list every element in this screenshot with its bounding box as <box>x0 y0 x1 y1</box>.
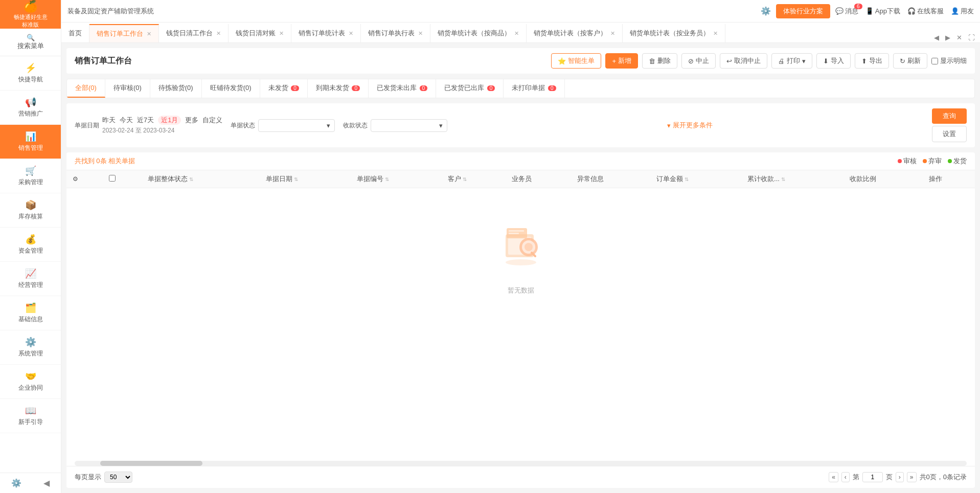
prev-page-button[interactable]: ‹ <box>841 472 850 482</box>
col-staff[interactable]: 业务员 <box>506 170 571 188</box>
tab-cash-reconcile[interactable]: 钱货日清对账 ✕ <box>229 24 291 42</box>
export-button[interactable]: ⬆ 导出 <box>855 53 889 69</box>
filter-tab-pending-check-label: 待拣验货(0) <box>158 84 193 92</box>
delete-button[interactable]: 🗑 删除 <box>642 53 677 69</box>
tab-close-sales-stats-staff[interactable]: ✕ <box>713 30 718 37</box>
show-detail-checkbox[interactable]: 显示明细 <box>931 56 967 65</box>
import-button[interactable]: ⬇ 导入 <box>816 53 851 69</box>
smart-generate-button[interactable]: ⭐ 智能生单 <box>551 53 601 69</box>
col-ratio[interactable]: 收款比例 <box>844 170 923 188</box>
tab-maximize[interactable]: ⛶ <box>966 33 977 42</box>
tab-close-cash-reconcile[interactable]: ✕ <box>279 30 284 37</box>
cancel-stop-button[interactable]: ↩ 取消中止 <box>720 53 767 69</box>
page-number-input[interactable] <box>862 472 883 482</box>
collapse-icon[interactable]: ◀ <box>43 478 50 488</box>
refresh-button[interactable]: ↻ 刷新 <box>893 53 927 69</box>
col-date[interactable]: 单据日期 ⇅ <box>260 170 351 188</box>
set-button[interactable]: 设置 <box>932 126 967 142</box>
add-button[interactable]: + 新增 <box>605 53 638 69</box>
sidebar-item-inventory[interactable]: 📦 库存核算 <box>0 193 61 228</box>
message-button[interactable]: 💬 6 消息 <box>835 7 858 16</box>
col-received[interactable]: 累计收款... ⇅ <box>741 170 844 188</box>
sidebar-item-system[interactable]: ⚙️ 系统管理 <box>0 330 61 365</box>
tab-sales-stats-product[interactable]: 销货单统计表（按商品） ✕ <box>430 24 527 42</box>
filter-tab-pending-check[interactable]: 待拣验货(0) <box>150 79 202 98</box>
col-status[interactable]: 单据整体状态 ⇅ <box>142 170 260 188</box>
sidebar-item-guide[interactable]: 📖 新手引导 <box>0 399 61 433</box>
tab-sales-order-workbench-label: 销售订单工作台 <box>97 29 143 38</box>
date-opt-1month[interactable]: 近1月 <box>158 116 181 125</box>
tab-close-sales-stats-customer[interactable]: ✕ <box>610 30 615 37</box>
tab-sales-stats-staff[interactable]: 销货单统计表（按业务员） ✕ <box>623 24 725 42</box>
expand-more-button[interactable]: ▾ 展开更多条件 <box>667 121 713 130</box>
date-opt-yesterday[interactable]: 昨天 <box>102 116 116 125</box>
date-opt-today[interactable]: 今天 <box>120 116 133 125</box>
quick-review-button[interactable]: 审核 <box>898 156 917 166</box>
sidebar-item-basic[interactable]: 🗂️ 基础信息 <box>0 296 61 330</box>
tab-close-sales-order-stats[interactable]: ✕ <box>349 30 353 37</box>
settings-gear-icon[interactable]: ⚙️ <box>761 6 771 16</box>
sidebar-item-finance[interactable]: 💰 资金管理 <box>0 228 61 262</box>
tab-nav-next[interactable]: ▶ <box>943 33 952 42</box>
tab-close-sales-order-workbench[interactable]: ✕ <box>147 31 151 37</box>
filter-tab-expired-not-shipped[interactable]: 到期未发货 0 <box>308 79 369 98</box>
online-service-button[interactable]: 🎧 在线客服 <box>907 7 944 16</box>
tab-nav-prev[interactable]: ◀ <box>932 33 941 42</box>
select-all-checkbox[interactable] <box>109 175 116 182</box>
tab-close-sales-order-exec[interactable]: ✕ <box>418 30 423 37</box>
page-size-select[interactable]: 50 10 20 100 <box>104 472 132 483</box>
col-amount[interactable]: 订单金额 ⇅ <box>650 170 741 188</box>
date-opt-7days[interactable]: 近7天 <box>137 116 154 125</box>
filter-tab-all[interactable]: 全部(0) <box>67 79 105 98</box>
tab-sales-order-exec[interactable]: 销售订单执行表 ✕ <box>361 24 430 42</box>
last-page-button[interactable]: » <box>907 472 917 482</box>
col-settings[interactable]: ⚙ <box>66 170 103 188</box>
sidebar-item-enterprise[interactable]: 🤝 企业协同 <box>0 365 61 399</box>
tab-sales-order-workbench[interactable]: 销售订单工作台 ✕ <box>89 24 159 42</box>
sidebar-item-purchase[interactable]: 🛒 采购管理 <box>0 159 61 193</box>
filter-tab-not-printed[interactable]: 未打印单据 0 <box>504 79 564 98</box>
quick-ship-button[interactable]: 发货 <box>948 156 967 166</box>
col-customer[interactable]: 客户 ⇅ <box>442 170 506 188</box>
chevron-down-icon: ▾ <box>327 122 330 129</box>
tab-cash-daily[interactable]: 钱货日清工作台 ✕ <box>159 24 229 42</box>
query-button[interactable]: 查询 <box>932 108 967 124</box>
user-button[interactable]: 👤 用友 <box>951 7 974 16</box>
experience-button[interactable]: 体验行业方案 <box>776 4 830 18</box>
sidebar-item-marketing[interactable]: 📢 营销推广 <box>0 91 61 125</box>
tab-close-all[interactable]: ✕ <box>954 33 964 42</box>
scrollbar-area[interactable] <box>75 461 967 466</box>
tab-close-cash-daily[interactable]: ✕ <box>216 30 221 37</box>
next-page-button[interactable]: › <box>896 472 904 482</box>
settings-icon[interactable]: ⚙️ <box>11 478 21 488</box>
quick-ship-label: 发货 <box>953 156 967 166</box>
status-select[interactable]: ▾ <box>258 119 335 132</box>
app-download-button[interactable]: 📱 App下载 <box>865 7 900 16</box>
sidebar-item-quick-nav[interactable]: ⚡ 快捷导航 <box>0 56 61 91</box>
tab-close-sales-stats-product[interactable]: ✕ <box>514 30 519 37</box>
tab-home[interactable]: 首页 <box>61 24 89 42</box>
sidebar-item-label-sales: 销售管理 <box>18 144 43 152</box>
filter-tab-shipped-not-out[interactable]: 已发货未出库 0 <box>369 79 436 98</box>
filter-tab-shipped-out[interactable]: 已发货已出库 0 <box>436 79 504 98</box>
date-opt-more[interactable]: 更多 <box>185 116 198 125</box>
filter-tab-wangpu-ship[interactable]: 旺铺待发货(0) <box>202 79 260 98</box>
col-number[interactable]: 单据编号 ⇅ <box>351 170 442 188</box>
print-button[interactable]: 🖨 打印 ▾ <box>771 53 812 69</box>
quick-cancel-review-button[interactable]: 弃审 <box>923 156 942 166</box>
show-detail-input[interactable] <box>931 58 938 64</box>
sidebar-item-sales[interactable]: 📊 销售管理 <box>0 125 61 159</box>
first-page-button[interactable]: « <box>829 472 838 482</box>
sidebar-search[interactable]: 🔍 搜索菜单 <box>0 29 61 56</box>
col-checkbox[interactable] <box>103 170 141 188</box>
scrollbar-thumb[interactable] <box>100 461 202 466</box>
date-opt-custom[interactable]: 自定义 <box>202 116 222 125</box>
stop-button[interactable]: ⊘ 中止 <box>681 53 716 69</box>
tab-sales-stats-customer[interactable]: 销货单统计表（按客户） ✕ <box>527 24 623 42</box>
filter-tab-not-shipped[interactable]: 未发货 0 <box>260 79 308 98</box>
sidebar-item-operations[interactable]: 📈 经营管理 <box>0 262 61 296</box>
tab-sales-order-stats[interactable]: 销售订单统计表 ✕ <box>291 24 361 42</box>
payment-select[interactable]: ▾ <box>371 119 447 132</box>
filter-tab-pending-review[interactable]: 待审核(0) <box>105 79 150 98</box>
col-abnormal[interactable]: 异常信息 <box>571 170 650 188</box>
